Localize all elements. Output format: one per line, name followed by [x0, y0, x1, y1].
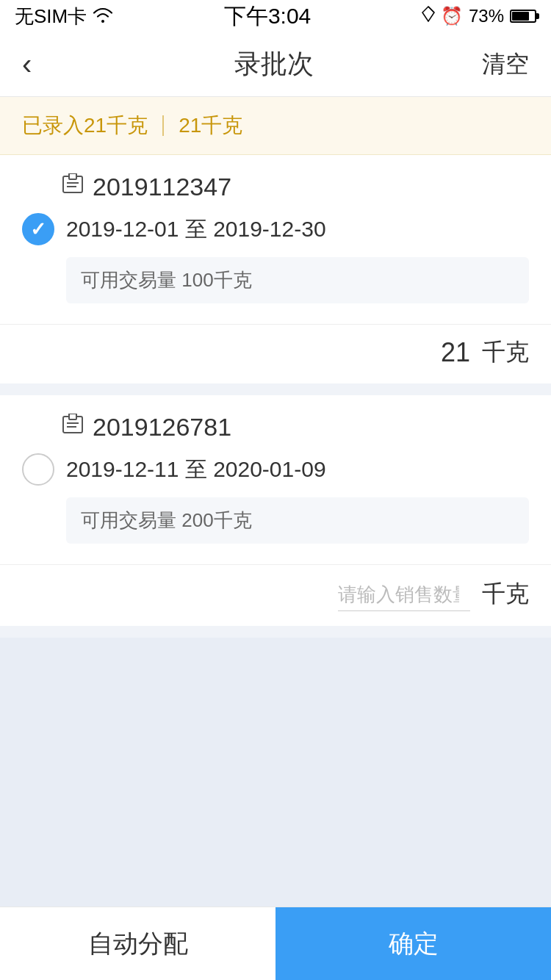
clear-button[interactable]: 清空	[482, 48, 529, 81]
status-left: 无SIM卡	[15, 4, 113, 29]
batch-input-row-2: 千克	[0, 564, 551, 626]
status-right: ⏰ 73%	[422, 6, 536, 26]
entered-summary: 已录入21千克	[22, 112, 148, 140]
alarm-icon: ⏰	[441, 6, 463, 26]
page-title: 录批次	[234, 46, 314, 82]
batch-input-row-1: 21 千克	[0, 324, 551, 383]
page-content: 2019112347 2019-12-01 至 2019-12-30 可用交易量…	[0, 155, 551, 980]
back-button[interactable]: ‹	[22, 48, 66, 81]
batch-id-2: 2019126781	[93, 413, 231, 442]
batch-icon-1	[62, 173, 87, 201]
batch-id-1: 2019112347	[93, 173, 231, 201]
location-icon	[422, 6, 435, 26]
batch-avail-1: 可用交易量 100千克	[66, 257, 529, 303]
card-separator-2	[0, 626, 551, 638]
confirm-button[interactable]: 确定	[276, 907, 551, 980]
battery-icon	[510, 10, 536, 23]
batch-id-row-1: 2019112347	[22, 173, 529, 201]
battery-percent: 73%	[469, 6, 504, 26]
batch-date-1: 2019-12-01 至 2019-12-30	[66, 215, 326, 245]
batch-date-2: 2019-12-11 至 2020-01-09	[66, 455, 326, 485]
radio-2[interactable]	[22, 453, 54, 486]
batch-date-row-1[interactable]: 2019-12-01 至 2019-12-30	[22, 213, 529, 245]
svg-rect-5	[69, 414, 76, 419]
bottom-bar: 自动分配 确定	[0, 907, 551, 980]
carrier-text: 无SIM卡	[15, 4, 87, 29]
batch-date-row-2[interactable]: 2019-12-11 至 2020-01-09	[22, 453, 529, 486]
batch-unit-1: 千克	[482, 336, 529, 369]
batch-card-1: 2019112347 2019-12-01 至 2019-12-30 可用交易量…	[0, 155, 551, 383]
auto-distribute-button[interactable]: 自动分配	[0, 907, 276, 980]
summary-divider	[162, 115, 164, 136]
total-summary: 21千克	[179, 112, 242, 140]
batch-qty-input-2[interactable]	[338, 577, 470, 611]
nav-bar: ‹ 录批次 清空	[0, 32, 551, 97]
svg-rect-1	[69, 173, 76, 179]
batch-id-row-2: 2019126781	[22, 413, 529, 442]
batch-card-2: 2019126781 2019-12-11 至 2020-01-09 可用交易量…	[0, 395, 551, 626]
batch-icon-2	[62, 414, 87, 441]
batch-unit-2: 千克	[482, 578, 529, 610]
batch-avail-2: 可用交易量 200千克	[66, 497, 529, 544]
time-display: 下午3:04	[224, 1, 311, 32]
card-separator-1	[0, 383, 551, 395]
status-bar: 无SIM卡 下午3:04 ⏰ 73%	[0, 0, 551, 32]
radio-1[interactable]	[22, 213, 54, 245]
batch-card-2-inner: 2019126781 2019-12-11 至 2020-01-09 可用交易量…	[0, 395, 551, 558]
summary-bar: 已录入21千克 21千克	[0, 97, 551, 155]
batch-qty-1: 21	[441, 337, 470, 368]
wifi-icon	[93, 5, 113, 28]
batch-card-1-inner: 2019112347 2019-12-01 至 2019-12-30 可用交易量…	[0, 155, 551, 318]
